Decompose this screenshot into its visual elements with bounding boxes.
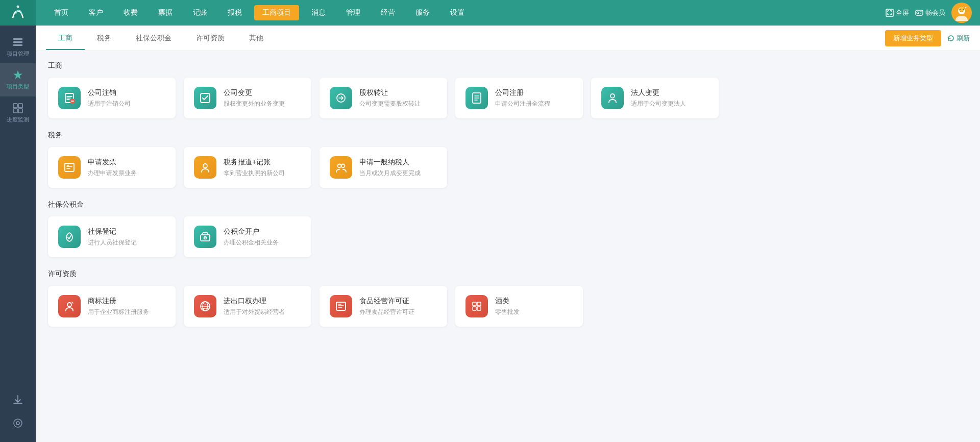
tax-report-icon: [194, 156, 216, 179]
card-desc-invoice: 办理申请发票业务: [88, 169, 165, 178]
invoice-icon: [58, 156, 81, 179]
card-invoice[interactable]: 申请发票 办理申请发票业务: [48, 147, 176, 188]
nav-bookkeeping[interactable]: 记账: [185, 5, 215, 20]
card-info-company-cancel: 公司注销 适用于注销公司: [88, 88, 165, 108]
card-company-change[interactable]: 公司变更 股权变更外的业务变更: [184, 78, 311, 118]
sidebar: 项目管理 项目类型 进度监测: [0, 26, 36, 442]
card-liquor[interactable]: 酒类 零售批发: [455, 286, 583, 327]
card-equity-transfer[interactable]: 股权转让 公司变更需要股权转让: [320, 78, 447, 118]
nav-ticket[interactable]: 票据: [150, 5, 181, 20]
card-general-taxpayer[interactable]: 申请一般纳税人 当月或次月成变更完成: [320, 147, 447, 188]
card-title-company-change: 公司变更: [224, 88, 301, 97]
card-tax-report[interactable]: 税务报道+记账 拿到营业执照的新公司: [184, 147, 311, 188]
nav-customer[interactable]: 客户: [81, 5, 111, 20]
card-info-liquor: 酒类 零售批发: [495, 297, 573, 316]
svg-point-3: [917, 12, 919, 14]
card-desc-company-cancel: 适用于注销公司: [88, 100, 165, 108]
card-desc-provident-fund: 办理公积金相关业务: [224, 238, 301, 247]
company-cancel-icon: [58, 87, 81, 109]
import-export-icon: [194, 295, 216, 317]
nav-message[interactable]: 消息: [303, 5, 334, 20]
card-social-insurance[interactable]: 社保登记 进行人员社保登记: [48, 216, 176, 257]
nav-settings[interactable]: 设置: [442, 5, 473, 20]
tabs-bar: 工商 税务 社保公积金 许可资质 其他 新增业务类型 刷新: [36, 26, 980, 51]
section-title-gongshang: 工商: [48, 61, 968, 70]
card-title-general-taxpayer: 申请一般纳税人: [359, 158, 437, 167]
card-food-license[interactable]: 食品经营许可证 办理食品经营许可证: [320, 286, 447, 327]
card-desc-liquor: 零售批发: [495, 308, 573, 316]
sidebar-item-project-type[interactable]: 项目类型: [0, 63, 36, 96]
svg-rect-37: [473, 302, 476, 306]
tab-actions: 新增业务类型 刷新: [885, 30, 970, 46]
card-title-company-register: 公司注册: [495, 88, 573, 97]
svg-point-7: [960, 9, 961, 10]
card-trademark[interactable]: 商标注册 用于企业商标注册服务: [48, 286, 176, 327]
nav-tax[interactable]: 报税: [219, 5, 250, 20]
logo-area: [0, 0, 36, 26]
tab-gongshang[interactable]: 工商: [46, 27, 85, 50]
avatar[interactable]: [951, 3, 972, 23]
section-xuke: 许可资质 商标注册 用于企业商标注册服务: [48, 269, 968, 327]
section-title-shebao: 社保公积金: [48, 200, 968, 209]
vip-btn[interactable]: 畅会员: [915, 8, 945, 17]
svg-rect-11: [13, 41, 22, 43]
svg-rect-12: [13, 44, 22, 46]
section-title-xuke: 许可资质: [48, 269, 968, 279]
social-insurance-icon: [58, 226, 81, 248]
cards-grid-shebao: 社保登记 进行人员社保登记: [48, 216, 968, 257]
svg-rect-36: [336, 302, 346, 310]
refresh-button[interactable]: 刷新: [947, 34, 970, 43]
nav-manage[interactable]: 管理: [338, 5, 369, 20]
svg-point-8: [963, 9, 964, 10]
new-type-button[interactable]: 新增业务类型: [885, 30, 941, 46]
card-title-legal-change: 法人变更: [631, 88, 708, 97]
svg-point-18: [14, 419, 22, 427]
card-info-legal-change: 法人变更 适用于公司变更法人: [631, 88, 708, 108]
card-company-register[interactable]: 公司注册 申请公司注册全流程: [455, 78, 583, 118]
svg-rect-38: [477, 302, 481, 306]
svg-point-6: [959, 7, 964, 12]
nav-fee[interactable]: 收费: [115, 5, 146, 20]
liquor-icon: [465, 295, 488, 317]
card-title-social-insurance: 社保登记: [88, 227, 165, 236]
nav-home[interactable]: 首页: [46, 5, 77, 20]
card-title-tax-report: 税务报道+记账: [224, 158, 301, 167]
tab-shebao[interactable]: 社保公积金: [124, 27, 184, 50]
card-desc-company-register: 申请公司注册全流程: [495, 100, 573, 108]
card-info-social-insurance: 社保登记 进行人员社保登记: [88, 227, 165, 247]
nav-operation[interactable]: 经营: [373, 5, 403, 20]
provident-fund-icon: [194, 226, 216, 248]
refresh-label: 刷新: [957, 34, 970, 43]
svg-marker-13: [13, 70, 22, 79]
card-provident-fund[interactable]: 公积金开户 办理公积金相关业务: [184, 216, 311, 257]
card-info-invoice: 申请发票 办理申请发票业务: [88, 158, 165, 178]
content-scroll[interactable]: 工商 公司注销 适用于注销公司: [36, 51, 980, 442]
card-title-company-cancel: 公司注销: [88, 88, 165, 97]
sidebar-item-progress[interactable]: 进度监测: [0, 96, 36, 129]
company-register-icon: [465, 87, 488, 109]
sidebar-settings-btn[interactable]: [0, 412, 36, 434]
card-info-import-export: 进出口权办理 适用于对外贸易经营者: [224, 297, 301, 316]
sidebar-item-project-manage[interactable]: 项目管理: [0, 31, 36, 63]
food-license-icon: [330, 295, 352, 317]
nav-business[interactable]: 工商项目: [254, 5, 299, 20]
card-legal-change[interactable]: 法人变更 适用于公司变更法人: [591, 78, 719, 118]
card-desc-social-insurance: 进行人员社保登记: [88, 238, 165, 247]
nav-service[interactable]: 服务: [407, 5, 438, 20]
tab-shuiwu[interactable]: 税务: [85, 27, 124, 50]
card-import-export[interactable]: 进出口权办理 适用于对外贸易经营者: [184, 286, 311, 327]
card-company-cancel[interactable]: 公司注销 适用于注销公司: [48, 78, 176, 118]
sidebar-download-btn[interactable]: [0, 389, 36, 410]
card-desc-import-export: 适用于对外贸易经营者: [224, 308, 301, 316]
nav-right: 全屏 畅会员: [886, 3, 980, 23]
card-title-liquor: 酒类: [495, 297, 573, 306]
card-info-provident-fund: 公积金开户 办理公积金相关业务: [224, 227, 301, 247]
tab-xuke[interactable]: 许可资质: [184, 27, 237, 50]
cards-grid-gongshang: 公司注销 适用于注销公司 公司变更 股权: [48, 78, 968, 118]
fullscreen-btn[interactable]: 全屏: [886, 8, 909, 17]
svg-rect-17: [18, 109, 22, 113]
card-desc-trademark: 用于企业商标注册服务: [88, 308, 165, 316]
tab-other[interactable]: 其他: [237, 27, 276, 50]
main-layout: 项目管理 项目类型 进度监测: [0, 26, 980, 442]
equity-transfer-icon: [330, 87, 352, 109]
